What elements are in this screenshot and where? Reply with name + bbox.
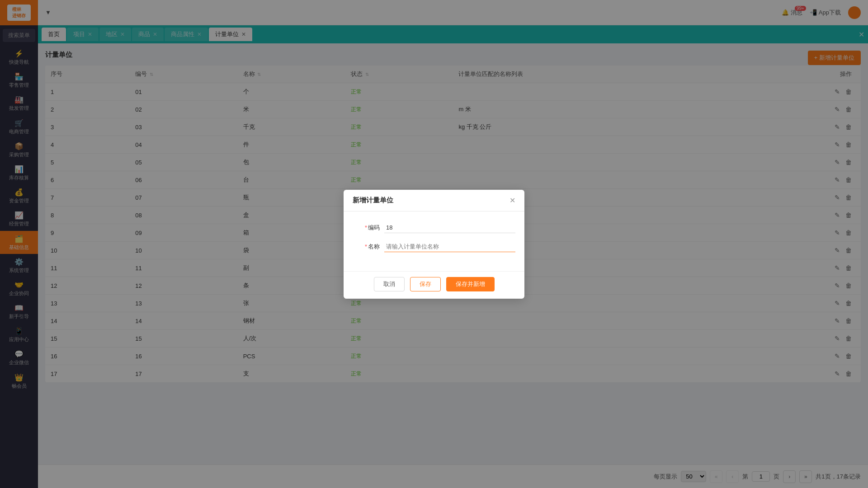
name-field-row: *名称	[353, 241, 515, 252]
modal-title: 新增计量单位	[353, 196, 393, 205]
add-unit-modal: 新增计量单位 ✕ *编码 *名称 取消 保存 保存并新增	[344, 190, 524, 299]
code-required-mark: *	[365, 224, 367, 231]
modal-close-button[interactable]: ✕	[509, 196, 515, 205]
code-input[interactable]	[384, 222, 515, 233]
modal-footer: 取消 保存 保存并新增	[344, 271, 524, 299]
name-label: *名称	[353, 243, 380, 251]
save-and-new-button[interactable]: 保存并新增	[446, 277, 495, 291]
code-label: *编码	[353, 224, 380, 232]
name-input[interactable]	[384, 241, 515, 252]
cancel-button[interactable]: 取消	[374, 277, 405, 291]
modal-overlay: 新增计量单位 ✕ *编码 *名称 取消 保存 保存并新增	[0, 0, 868, 488]
code-field-row: *编码	[353, 222, 515, 233]
save-button[interactable]: 保存	[410, 277, 441, 291]
modal-header: 新增计量单位 ✕	[344, 190, 524, 211]
modal-body: *编码 *名称	[344, 211, 524, 271]
name-required-mark: *	[365, 243, 367, 250]
